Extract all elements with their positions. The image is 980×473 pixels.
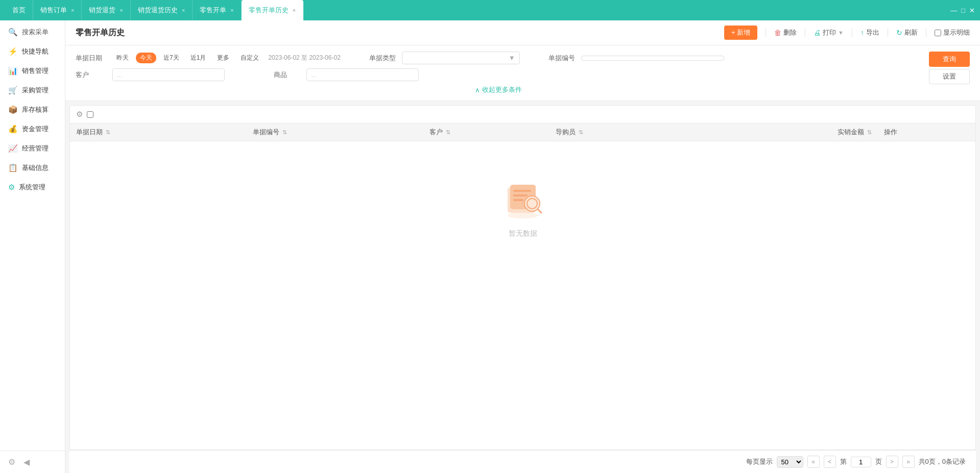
sidebar-item-system[interactable]: ⚙ 系统管理 xyxy=(0,178,65,197)
per-page-select[interactable]: 50 100 200 xyxy=(777,456,803,468)
sidebar-collapse-icon[interactable]: ◀ xyxy=(23,457,30,467)
divider-5 xyxy=(926,29,926,37)
sidebar-label-basic: 基础信息 xyxy=(22,163,49,172)
export-button[interactable]: ↑ 导出 xyxy=(861,28,879,37)
page-number-input[interactable] xyxy=(851,457,871,467)
print-icon: 🖨 xyxy=(814,29,821,37)
setting-button[interactable]: 设置 xyxy=(929,69,970,84)
tab-retail[interactable]: 零售开单 × xyxy=(193,0,241,20)
sidebar-item-quicknav[interactable]: ⚡ 快捷导航 xyxy=(0,42,65,61)
tab-retail-close[interactable]: × xyxy=(230,7,233,13)
date-opt-today[interactable]: 今天 xyxy=(136,53,156,63)
query-button[interactable]: 查询 xyxy=(929,52,970,67)
first-page-btn[interactable]: « xyxy=(807,456,820,468)
sort-customer-icon[interactable]: ⇅ xyxy=(446,129,450,135)
date-opt-custom[interactable]: 自定义 xyxy=(236,53,263,63)
sales-icon: 📊 xyxy=(8,66,18,76)
goods-label: 商品 xyxy=(274,70,302,80)
page-title: 零售开单历史 xyxy=(76,28,125,38)
next-page-btn[interactable]: > xyxy=(886,456,898,468)
print-dropdown-icon[interactable]: ▼ xyxy=(838,30,844,36)
prev-page-btn[interactable]: < xyxy=(824,456,836,468)
select-all-checkbox[interactable] xyxy=(87,111,93,118)
date-opt-yesterday[interactable]: 昨天 xyxy=(112,53,133,63)
last-page-btn[interactable]: » xyxy=(902,456,915,468)
table-wrapper: ⚙ 单据日期 ⇅ 单据编号 ⇅ 客户 ⇅ xyxy=(69,105,976,450)
sidebar-item-operations[interactable]: 📈 经营管理 xyxy=(0,139,65,158)
date-opt-1month[interactable]: 近1月 xyxy=(186,53,210,63)
svg-rect-5 xyxy=(513,199,523,201)
goods-input-placeholder: ... xyxy=(311,71,317,79)
refresh-label: 刷新 xyxy=(904,28,918,37)
display-button[interactable]: 显示明细 xyxy=(935,28,970,37)
sidebar-label-operations: 经营管理 xyxy=(22,144,49,153)
export-label: 导出 xyxy=(866,28,879,37)
svg-rect-3 xyxy=(513,190,531,192)
filter-row-2: 客户 ... 商品 ... xyxy=(76,68,921,81)
tab-return-label: 销货退货 xyxy=(89,6,115,15)
refresh-button[interactable]: ↻ 刷新 xyxy=(896,28,918,37)
customer-input[interactable]: ... xyxy=(112,68,225,81)
number-input[interactable] xyxy=(581,56,724,61)
tab-home[interactable]: 首页 xyxy=(5,0,33,20)
svg-rect-4 xyxy=(513,194,528,196)
sidebar-gear-icon[interactable]: ⚙ xyxy=(8,457,15,467)
sidebar-label-inventory: 库存核算 xyxy=(22,105,49,114)
tab-sales-order-label: 销售订单 xyxy=(40,6,67,15)
sidebar-item-sales[interactable]: 📊 销售管理 xyxy=(0,61,65,81)
sort-number-icon[interactable]: ⇅ xyxy=(282,129,287,135)
content-area: 零售开单历史 + 新增 🗑 删除 🖨 打印 ▼ ↑ 导出 xyxy=(65,20,980,473)
print-button[interactable]: 🖨 打印 ▼ xyxy=(814,28,844,37)
sidebar-label-finance: 资金管理 xyxy=(22,125,49,134)
svg-line-8 xyxy=(538,209,541,213)
col-customer: 客户 ⇅ xyxy=(423,123,549,141)
type-select[interactable]: ▼ xyxy=(402,52,520,64)
sidebar-item-finance[interactable]: 💰 资金管理 xyxy=(0,119,65,139)
tab-sales-order-close[interactable]: × xyxy=(71,7,74,13)
page-label: 第 xyxy=(840,457,847,466)
sort-amount-icon[interactable]: ⇅ xyxy=(867,129,872,135)
sidebar: 🔍 搜索采单 ⚡ 快捷导航 📊 销售管理 🛒 采购管理 📦 库存核算 💰 资金管… xyxy=(0,20,65,473)
add-button[interactable]: + 新增 xyxy=(724,26,757,40)
empty-text: 暂无数据 xyxy=(509,229,537,238)
tab-retail-history-close[interactable]: × xyxy=(293,7,296,13)
date-options: 昨天 今天 近7天 近1月 更多 自定义 2023-06-02 至 2023-0… xyxy=(112,53,341,63)
customer-input-placeholder: ... xyxy=(117,71,123,79)
goods-input[interactable]: ... xyxy=(306,68,419,81)
main-layout: 🔍 搜索采单 ⚡ 快捷导航 📊 销售管理 🛒 采购管理 📦 库存核算 💰 资金管… xyxy=(0,20,980,473)
type-dropdown-icon: ▼ xyxy=(509,54,515,62)
tab-return-history-label: 销货退货历史 xyxy=(138,6,178,15)
sidebar-item-search[interactable]: 🔍 搜索采单 xyxy=(0,22,65,42)
delete-icon: 🗑 xyxy=(774,29,781,37)
sort-guide-icon[interactable]: ⇅ xyxy=(579,129,583,135)
page-unit: 页 xyxy=(875,457,882,466)
date-opt-7days[interactable]: 近7天 xyxy=(159,53,183,63)
divider-4 xyxy=(888,29,888,37)
tab-retail-history[interactable]: 零售开单历史 × xyxy=(242,0,303,20)
delete-button[interactable]: 🗑 删除 xyxy=(774,28,797,37)
window-maximize[interactable]: □ xyxy=(961,7,965,14)
window-minimize[interactable]: — xyxy=(950,7,957,14)
sidebar-label-purchase: 采购管理 xyxy=(22,86,49,95)
collapse-text: 收起更多条件 xyxy=(482,85,522,94)
print-label: 打印 xyxy=(823,28,836,37)
tab-return-history[interactable]: 销货退货历史 × xyxy=(131,0,193,20)
tab-home-label: 首页 xyxy=(12,6,26,15)
table-settings-icon[interactable]: ⚙ xyxy=(76,110,83,119)
delete-label: 删除 xyxy=(783,28,797,37)
sidebar-item-basic[interactable]: 📋 基础信息 xyxy=(0,158,65,178)
collapse-more-btn[interactable]: ∧ 收起更多条件 xyxy=(76,85,921,94)
tab-return-history-close[interactable]: × xyxy=(182,7,185,13)
window-close[interactable]: ✕ xyxy=(969,7,975,14)
tab-sales-order[interactable]: 销售订单 × xyxy=(33,0,82,20)
date-opt-more[interactable]: 更多 xyxy=(213,53,233,63)
sort-date-icon[interactable]: ⇅ xyxy=(106,129,110,135)
filter-row-1: 单据日期 昨天 今天 近7天 近1月 更多 自定义 2023-06-02 至 2… xyxy=(76,52,921,64)
tab-return[interactable]: 销货退货 × xyxy=(82,0,130,20)
sidebar-item-purchase[interactable]: 🛒 采购管理 xyxy=(0,81,65,100)
refresh-icon: ↻ xyxy=(896,29,902,37)
sidebar-item-inventory[interactable]: 📦 库存核算 xyxy=(0,100,65,119)
tab-return-close[interactable]: × xyxy=(119,7,123,13)
tab-retail-history-label: 零售开单历史 xyxy=(249,6,289,15)
display-checkbox[interactable] xyxy=(935,30,941,36)
